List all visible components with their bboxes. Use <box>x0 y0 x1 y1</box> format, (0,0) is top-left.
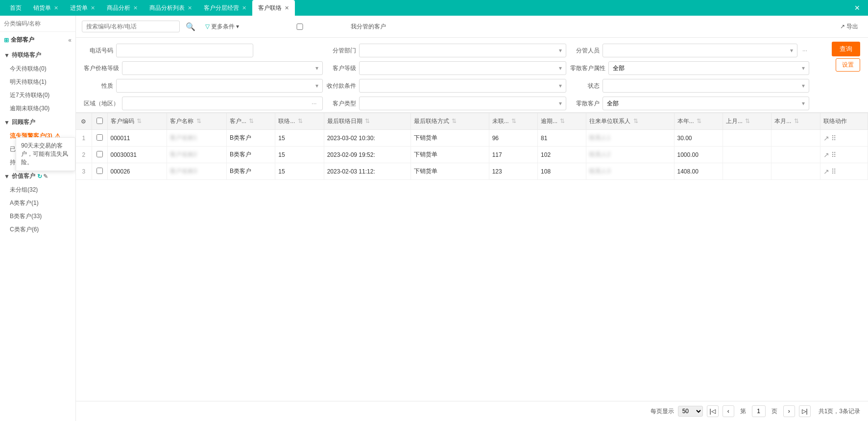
tab-sales[interactable]: 销货单 ✕ <box>27 0 64 16</box>
edit-icon[interactable]: ✎ <box>43 173 48 180</box>
customer-type-select[interactable]: ▾ <box>359 97 566 110</box>
last-page-button[interactable]: ▷| <box>799 405 811 417</box>
settings-icon[interactable]: ⚙ <box>81 118 86 125</box>
sidebar-item-overdue[interactable]: 逾期未联络(30) <box>0 102 75 115</box>
pagination: 每页显示 50 100 200 |◁ ‹ 第 页 › ▷| 共1页，3条记录 <box>76 401 868 421</box>
tab-customer-link[interactable]: 客户联络 ✕ <box>252 0 295 16</box>
zero-attr-select[interactable]: 全部 ▾ <box>608 61 809 75</box>
close-icon[interactable]: ✕ <box>91 5 95 11</box>
sort-icon[interactable]: ⇅ <box>745 118 750 124</box>
page-number-input[interactable] <box>752 405 766 417</box>
tab-home[interactable]: 首页 <box>4 0 27 16</box>
close-all-button[interactable]: ✕ <box>850 4 864 12</box>
customer-level-select[interactable]: ▾ <box>359 61 566 75</box>
sort-icon[interactable]: ⇅ <box>794 118 799 124</box>
dots-icon[interactable]: ··· <box>310 100 318 107</box>
more-action-icon[interactable]: ⠿ <box>831 168 836 175</box>
sidebar-item-tomorrow[interactable]: 明天待联络(1) <box>0 75 75 89</box>
next-page-button[interactable]: › <box>783 405 795 417</box>
close-icon[interactable]: ✕ <box>54 5 58 11</box>
tab-analysis[interactable]: 商品分析 ✕ <box>101 0 144 16</box>
export-icon: ↗ <box>840 23 845 30</box>
search-button[interactable]: 🔍 <box>184 20 197 33</box>
sidebar-item-today[interactable]: 今天待联络(0) <box>0 62 75 75</box>
sidebar-item-class-b[interactable]: B类客户(33) <box>0 210 75 223</box>
link-action-icon[interactable]: ↗ <box>823 151 829 159</box>
sidebar-item-week[interactable]: 近7天待联络(0) <box>0 89 75 102</box>
last-month-amount <box>723 130 771 147</box>
sort-icon[interactable]: ⇅ <box>633 118 638 124</box>
per-page-select[interactable]: 50 100 200 <box>678 406 703 417</box>
sidebar-section-pending[interactable]: ▼ 待联络客户 <box>0 48 75 62</box>
status-select[interactable]: ▾ <box>603 79 809 93</box>
link-action-icon[interactable]: ↗ <box>823 168 829 175</box>
table-row: 2 00030031 客户名称2 B类客户 15 2023-02-09 19:5… <box>76 147 868 163</box>
manager-select[interactable]: ▾ <box>603 44 797 57</box>
sort-icon[interactable]: ⇅ <box>452 118 457 124</box>
department-select[interactable]: ▾ <box>359 44 566 57</box>
first-page-button[interactable]: |◁ <box>707 405 719 417</box>
chevron-down-icon: ▾ <box>559 82 562 89</box>
search-input[interactable] <box>82 21 180 32</box>
close-icon[interactable]: ✕ <box>285 5 289 11</box>
sort-icon[interactable]: ⇅ <box>137 118 142 124</box>
sort-icon[interactable]: ⇅ <box>196 118 201 124</box>
chevron-down-icon: ▾ <box>559 65 562 72</box>
sidebar-item-class-c[interactable]: C类客户(6) <box>0 223 75 236</box>
more-action-icon[interactable]: ⠿ <box>831 151 836 159</box>
close-icon[interactable]: ✕ <box>188 5 192 11</box>
main-layout: 🔍 ⊞ 全部客户 « ▼ 待联络客户 今天待联络(0) 明天待联络(1) 近7天… <box>0 16 868 421</box>
sidebar-all-customers[interactable]: ⊞ 全部客户 « <box>0 32 75 48</box>
sidebar: 🔍 ⊞ 全部客户 « ▼ 待联络客户 今天待联络(0) 明天待联络(1) 近7天… <box>0 16 76 421</box>
gender-select[interactable]: ▾ <box>116 79 323 93</box>
this-year-amount: 1000.00 <box>674 147 723 163</box>
my-customers-checkbox[interactable] <box>251 24 349 30</box>
phone-input[interactable] <box>116 44 253 57</box>
row-number: 3 <box>76 163 92 180</box>
contact-count: 15 <box>275 147 324 163</box>
col-settings[interactable]: ⚙ <box>76 113 92 130</box>
sidebar-search-input[interactable] <box>4 20 76 27</box>
tab-analysis-list[interactable]: 商品分析列表 ✕ <box>144 0 198 16</box>
sidebar-item-class-a[interactable]: A类客户(1) <box>0 197 75 210</box>
my-customers-checkbox-area[interactable]: 我分管的客户 <box>247 21 390 33</box>
page-label: 第 <box>740 407 746 416</box>
unit-contact-person: 联系人1 <box>586 130 674 147</box>
sort-icon[interactable]: ⇅ <box>249 118 254 124</box>
zero-customer-select[interactable]: 全部 ▾ <box>603 97 809 110</box>
price-level-select[interactable]: ▾ <box>122 61 323 75</box>
filter-more-button[interactable]: ▽ 更多条件 ▾ <box>201 21 243 33</box>
sort-icon[interactable]: ⇅ <box>560 118 565 124</box>
sidebar-item-ungroup[interactable]: 未分组(32) <box>0 183 75 197</box>
more-options-button[interactable]: ··· <box>800 47 809 54</box>
payment-select[interactable]: ▾ <box>359 79 566 93</box>
sort-icon[interactable]: ⇅ <box>697 118 701 124</box>
sidebar-section-churn[interactable]: ▼ 回顾客户 <box>0 115 75 129</box>
sidebar-section-value[interactable]: ▼ 价值客户 ↻ ✎ <box>0 169 75 183</box>
export-button[interactable]: ↗ 导出 <box>836 21 862 33</box>
row-checkbox[interactable] <box>96 134 103 141</box>
col-contact: 联络... ⇅ <box>275 113 324 130</box>
chevron-down-icon: ▾ <box>790 47 793 54</box>
region-select[interactable]: ··· <box>122 97 323 110</box>
sort-icon[interactable]: ⇅ <box>298 118 303 124</box>
overdue-days: 108 <box>538 163 586 180</box>
settings-button[interactable]: 设置 <box>836 58 860 72</box>
collapse-icon[interactable]: « <box>68 37 72 44</box>
close-icon[interactable]: ✕ <box>242 5 246 11</box>
close-icon[interactable]: ✕ <box>133 5 138 11</box>
row-checkbox[interactable] <box>96 168 103 174</box>
query-button[interactable]: 查询 <box>832 42 860 56</box>
refresh-icon[interactable]: ↻ <box>37 173 42 180</box>
prev-page-button[interactable]: ‹ <box>723 405 734 417</box>
tab-purchase[interactable]: 进货单 ✕ <box>64 0 101 16</box>
row-checkbox[interactable] <box>96 151 103 157</box>
more-action-icon[interactable]: ⠿ <box>831 134 836 142</box>
unit-contact-person: 联系人2 <box>586 147 674 163</box>
filter-panel: 电话号码 分管部门 ▾ 分管人员 ▾ ··· <box>76 38 868 113</box>
select-all-checkbox[interactable] <box>96 118 103 124</box>
sort-icon[interactable]: ⇅ <box>365 118 370 124</box>
link-action-icon[interactable]: ↗ <box>823 134 829 142</box>
sort-icon[interactable]: ⇅ <box>511 118 516 124</box>
tab-customer-segment[interactable]: 客户分层经营 ✕ <box>198 0 252 16</box>
